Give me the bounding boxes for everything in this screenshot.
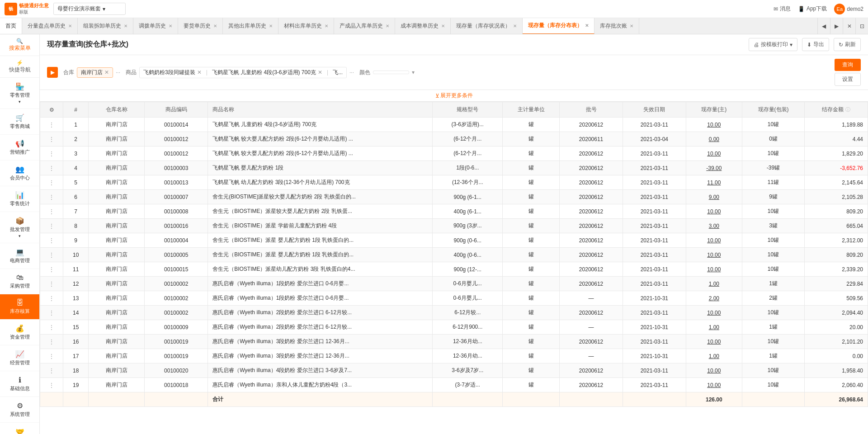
gear-icon[interactable]: ⚙	[49, 107, 54, 113]
message-btn[interactable]: ✉ 消息	[774, 5, 791, 13]
tab-close-icon[interactable]: ✕	[630, 24, 633, 28]
row-gear[interactable]: ⋮	[40, 190, 63, 204]
print-btn[interactable]: 🖨 按模板打印 ▾	[749, 38, 797, 51]
row-qty-main[interactable]: 10.00	[686, 146, 742, 161]
row-qty-main[interactable]: 10.00	[686, 262, 742, 277]
tab-chengben[interactable]: 成本调整单历史 ✕	[395, 18, 451, 34]
warehouse-ellipsis[interactable]: ···	[116, 69, 120, 75]
tab-yaohuo[interactable]: 要货单历史 ✕	[178, 18, 223, 34]
row-gear[interactable]: ⋮	[40, 335, 63, 349]
tab-next-btn[interactable]: ▶	[830, 18, 843, 34]
row-gear[interactable]: ⋮	[40, 161, 63, 175]
query-btn[interactable]: 查询	[835, 59, 861, 71]
sidebar-item-retail-shop[interactable]: 🛒 零售商城	[0, 109, 39, 135]
sidebar-item-marketing[interactable]: 📢 营销推广	[0, 135, 39, 160]
app-download-btn[interactable]: 📱 App下载	[798, 5, 827, 13]
row-qty-main[interactable]: 9.00	[686, 190, 742, 204]
tab-home[interactable]: 首页	[0, 18, 22, 34]
row-qty-main[interactable]: 1.00	[686, 349, 742, 363]
warehouse-tag[interactable]: 南岸门店 ✕	[77, 67, 113, 78]
tab-prev-btn[interactable]: ◀	[817, 18, 830, 34]
product-tags-container[interactable]: 飞鹤奶粉3段同罐提装 ✕ | 飞鹤星飞帆 儿童奶粉 4段(3-6岁适用) 700…	[139, 67, 347, 78]
tab-zuchai[interactable]: 组装拆卸单历史 ✕	[78, 18, 133, 34]
tab-xianzai-zhuang[interactable]: 现存量（库存状况表） ✕	[451, 18, 523, 34]
row-gear[interactable]: ⋮	[40, 248, 63, 262]
sidebar-item-wholesale[interactable]: 📦 批发管理 ▾	[0, 212, 39, 243]
sidebar-item-finance[interactable]: 💰 资金管理	[0, 320, 39, 345]
row-gear[interactable]: ⋮	[40, 262, 63, 277]
sidebar-quick-nav[interactable]: ⚡ 快捷导航	[0, 56, 39, 78]
row-qty-main[interactable]: 3.00	[686, 219, 742, 233]
row-qty-main[interactable]: 10.00	[686, 335, 742, 349]
refresh-btn[interactable]: ↻ 刷新	[834, 38, 861, 51]
sidebar-item-retail-stat[interactable]: 📊 零售统计	[0, 186, 39, 212]
row-gear[interactable]: ⋮	[40, 175, 63, 190]
row-gear[interactable]: ⋮	[40, 132, 63, 146]
row-gear[interactable]: ⋮	[40, 363, 63, 378]
row-qty-main[interactable]: 0.00	[686, 132, 742, 146]
sidebar-item-purchase[interactable]: 🛍 采购管理	[0, 269, 39, 294]
tab-tiaoba[interactable]: 调拨单历史 ✕	[133, 18, 178, 34]
sidebar-search[interactable]: 🔍 搜索菜单	[0, 34, 39, 56]
row-gear[interactable]: ⋮	[40, 291, 63, 306]
color-dropdown-icon[interactable]: ▾	[412, 69, 415, 75]
row-qty-main[interactable]: 10.00	[686, 204, 742, 219]
row-gear[interactable]: ⋮	[40, 378, 63, 392]
tab-close-icon[interactable]: ✕	[169, 24, 172, 28]
tab-close-icon[interactable]: ✕	[68, 24, 72, 28]
row-gear[interactable]: ⋮	[40, 204, 63, 219]
row-qty-main[interactable]: 2.00	[686, 291, 742, 306]
row-gear[interactable]: ⋮	[40, 118, 63, 132]
tab-pici[interactable]: 库存批次账 ✕	[594, 18, 639, 34]
row-gear[interactable]: ⋮	[40, 349, 63, 363]
export-btn[interactable]: ⬇ 导出	[802, 38, 829, 51]
row-gear[interactable]: ⋮	[40, 320, 63, 335]
filter-toggle-btn[interactable]: ▶	[47, 67, 58, 78]
account-dropdown[interactable]: 母婴行业演示账套 ▾	[53, 3, 126, 15]
sidebar-item-retail[interactable]: 🏪 零售管理 ▾	[0, 78, 39, 109]
product-tag-close-icon[interactable]: ✕	[197, 69, 202, 75]
tab-close-icon[interactable]: ✕	[513, 24, 517, 28]
tab-close-all-btn[interactable]: ✕	[843, 18, 855, 34]
col-gear[interactable]: ⚙	[40, 102, 63, 118]
product-more-btn[interactable]: ···	[349, 69, 354, 75]
tab-fenpan[interactable]: 分量盘点单历史 ✕	[22, 18, 78, 34]
tab-close-icon[interactable]: ✕	[269, 24, 273, 28]
row-qty-main[interactable]: 10.00	[686, 363, 742, 378]
row-gear[interactable]: ⋮	[40, 306, 63, 320]
warehouse-tag-close[interactable]: ✕	[104, 69, 109, 75]
row-qty-main[interactable]: 10.00	[686, 248, 742, 262]
product-tag-close-icon[interactable]: ✕	[318, 69, 322, 75]
tab-close-icon[interactable]: ✕	[213, 24, 217, 28]
tab-close-icon[interactable]: ✕	[386, 24, 389, 28]
row-qty-main[interactable]: 11.00	[686, 175, 742, 190]
color-input[interactable]	[373, 71, 409, 74]
tab-close-icon[interactable]: ✕	[124, 24, 127, 28]
row-qty-main[interactable]: -39.00	[686, 161, 742, 175]
row-gear[interactable]: ⋮	[40, 233, 63, 248]
sidebar-item-enterprise[interactable]: 🤝 企业协同	[0, 423, 39, 434]
row-qty-main[interactable]: 1.00	[686, 320, 742, 335]
user-avatar[interactable]: Ea demo2	[834, 4, 863, 14]
tab-close-icon[interactable]: ✕	[585, 23, 589, 28]
product-tag-2[interactable]: 飞鹤星飞帆 儿童奶粉 4段(3-6岁适用) 700克 ✕	[212, 69, 322, 76]
row-gear[interactable]: ⋮	[40, 277, 63, 291]
product-tag-1[interactable]: 飞鹤奶粉3段同罐提装 ✕	[143, 69, 202, 76]
expand-more-btn[interactable]: ⊻ 展开更多条件	[435, 92, 473, 99]
tab-chanzinru[interactable]: 产成品入库单历史 ✕	[334, 18, 395, 34]
row-gear[interactable]: ⋮	[40, 146, 63, 161]
row-qty-main[interactable]: 1.00	[686, 277, 742, 291]
setting-btn[interactable]: 设置	[835, 73, 861, 86]
tab-qitachu[interactable]: 其他出库单历史 ✕	[223, 18, 278, 34]
row-gear[interactable]: ⋮	[40, 219, 63, 233]
row-qty-main[interactable]: 10.00	[686, 378, 742, 392]
tab-more-btn[interactable]: ⊡	[855, 18, 868, 34]
row-qty-main[interactable]: 10.00	[686, 306, 742, 320]
data-table-container[interactable]: ⚙ # 仓库名称 商品编码 商品名称 规格型号 主计量单位 批号 失效日期 现存…	[40, 102, 868, 434]
row-qty-main[interactable]: 10.00	[686, 118, 742, 132]
sidebar-item-inventory[interactable]: 🗄 库存核算	[0, 294, 39, 320]
tab-cailiaochu[interactable]: 材料出库单历史 ✕	[278, 18, 334, 34]
sidebar-item-system[interactable]: ⚙ 系统管理	[0, 397, 39, 423]
sidebar-item-ecommerce[interactable]: 💻 电商管理	[0, 243, 39, 269]
tab-close-icon[interactable]: ✕	[325, 24, 328, 28]
